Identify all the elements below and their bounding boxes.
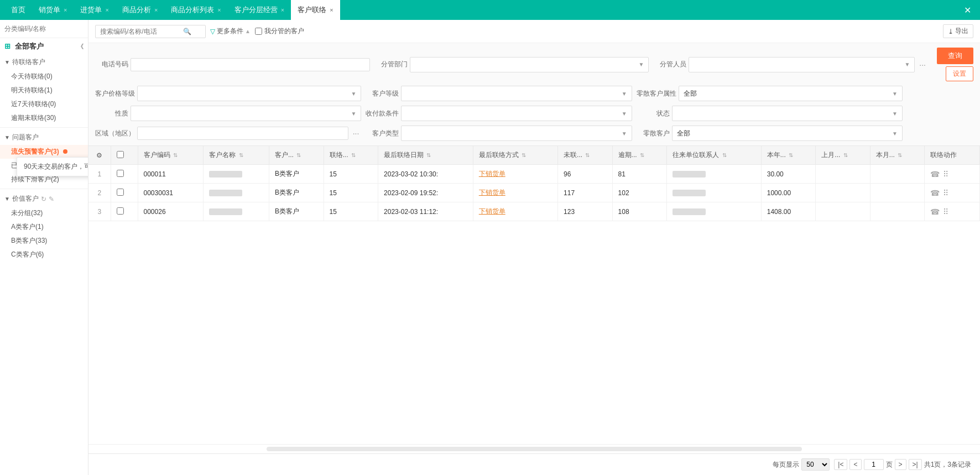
region-more-icon[interactable]: ··· xyxy=(351,129,362,138)
retail-attr-select[interactable]: 全部 ▼ xyxy=(679,86,903,101)
page-size-select[interactable]: 50 100 200 xyxy=(801,458,830,471)
first-page-button[interactable]: |< xyxy=(834,459,847,470)
close-sales-tab[interactable]: × xyxy=(64,7,67,13)
close-analysis-tab[interactable]: × xyxy=(154,7,158,13)
query-button[interactable]: 查询 xyxy=(937,48,973,64)
cell-last-contact-method[interactable]: 下销货单 xyxy=(473,165,557,184)
dept-select[interactable]: ▼ xyxy=(410,57,649,72)
export-button[interactable]: ⤓ 导出 xyxy=(943,24,973,38)
col-last-contact-date[interactable]: 最后联络日期 ⇅ xyxy=(378,146,473,165)
col-contact2[interactable]: 往来单位联系人 ⇅ xyxy=(667,146,762,165)
sidebar-group-pending[interactable]: ▼ 待联络客户 xyxy=(0,55,88,70)
nav-tab-purchase[interactable]: 进货单 × xyxy=(74,0,115,20)
sidebar-item-7days[interactable]: 近7天待联络(0) xyxy=(0,97,88,111)
refresh-icon[interactable]: ↻ xyxy=(41,195,46,203)
edit-icon[interactable]: ✎ xyxy=(49,195,54,203)
col-uncontacted[interactable]: 未联... ⇅ xyxy=(558,146,613,165)
nav-tab-customer-contact[interactable]: 客户联络 × xyxy=(291,0,340,20)
horizontal-scrollbar[interactable] xyxy=(88,444,980,453)
filter-row-4: 区域（地区） ··· 客户类型 ▼ 零散客户 全部 ▼ xyxy=(95,126,973,141)
search-button[interactable]: 🔍 xyxy=(183,28,191,35)
col-action: 联络动作 xyxy=(925,146,980,165)
row-checkbox-2[interactable] xyxy=(117,207,124,215)
phone-action-icon[interactable]: ☎ xyxy=(930,170,940,179)
retail-customer-select[interactable]: 全部 ▼ xyxy=(672,126,903,141)
nature-select[interactable]: ▼ xyxy=(131,106,361,121)
more-action-icon[interactable]: ⠿ xyxy=(943,207,948,216)
cell-checkbox[interactable] xyxy=(111,202,138,221)
nav-tab-home[interactable]: 首页 xyxy=(4,0,32,20)
col-type[interactable]: 客户... ⇅ xyxy=(269,146,324,165)
col-last-contact-method[interactable]: 最后联络方式 ⇅ xyxy=(473,146,557,165)
manager-select[interactable]: ▼ xyxy=(689,57,915,72)
sidebar-group-problem[interactable]: ▼ 问题客户 xyxy=(0,130,88,145)
customer-level-select[interactable]: ▼ xyxy=(401,86,632,101)
retail-attr-label: 零散客户属性 xyxy=(637,89,676,98)
price-level-select[interactable]: ▼ xyxy=(137,86,361,101)
close-analysis-list-tab[interactable]: × xyxy=(217,7,221,13)
cell-last-contact-method[interactable]: 下销货单 xyxy=(473,184,557,202)
filter-customer-level: 客户等级 ▼ xyxy=(366,86,632,101)
my-customer-checkbox[interactable] xyxy=(255,28,262,35)
col-last-month[interactable]: 上月... ⇅ xyxy=(816,146,870,165)
filter-row-2: 客户价格等级 ▼ 客户等级 ▼ 零散客户属性 全部 xyxy=(95,86,973,101)
col-gear[interactable]: ⚙ xyxy=(88,146,111,165)
row-checkbox-1[interactable] xyxy=(117,189,124,196)
my-customer-toggle[interactable]: 我分管的客户 xyxy=(255,27,304,36)
nav-tab-customer-segment[interactable]: 客户分层经营 × xyxy=(228,0,291,20)
col-name[interactable]: 客户名称 ⇅ xyxy=(204,146,269,165)
payment-dropdown-icon: ▼ xyxy=(622,111,627,117)
col-this-year[interactable]: 本年... ⇅ xyxy=(761,146,816,165)
col-code[interactable]: 客户编码 ⇅ xyxy=(138,146,204,165)
col-contact[interactable]: 联络... ⇅ xyxy=(324,146,378,165)
page-number-input[interactable] xyxy=(864,459,884,470)
col-this-month[interactable]: 本月... ⇅ xyxy=(870,146,925,165)
close-contact-tab[interactable]: × xyxy=(330,7,333,13)
sidebar-item-today[interactable]: 今天待联络(0) xyxy=(0,70,88,83)
next-page-button[interactable]: > xyxy=(895,459,906,470)
close-window-button[interactable]: ✕ xyxy=(960,5,976,15)
cell-last-contact-method[interactable]: 下销货单 xyxy=(473,202,557,221)
sidebar-item-class-a[interactable]: A类客户(1) xyxy=(0,220,88,234)
sort-thisyear-icon: ⇅ xyxy=(789,152,793,158)
sidebar-item-overdue[interactable]: 逾期未联络(30) xyxy=(0,111,88,125)
sidebar-group-value[interactable]: ▼ 价值客户 ↻ ✎ xyxy=(0,191,88,206)
phone-input[interactable] xyxy=(131,58,370,71)
sidebar-item-class-b[interactable]: B类客户(33) xyxy=(0,234,88,248)
sidebar-item-ungrouped[interactable]: 未分组(32) xyxy=(0,206,88,220)
nav-tab-analysis-list[interactable]: 商品分析列表 × xyxy=(164,0,227,20)
cell-code: 00030031 xyxy=(138,184,204,202)
sidebar-all-customers[interactable]: ⊞ 全部客户 《 xyxy=(0,38,88,55)
sidebar-item-tomorrow[interactable]: 明天待联络(1) xyxy=(0,83,88,97)
region-input[interactable] xyxy=(137,127,348,140)
customer-type-select[interactable]: ▼ xyxy=(401,126,632,141)
col-overdue[interactable]: 逾期... ⇅ xyxy=(612,146,667,165)
last-page-button[interactable]: >| xyxy=(909,459,922,470)
prev-page-button[interactable]: < xyxy=(849,459,861,470)
close-purchase-tab[interactable]: × xyxy=(105,7,108,13)
more-filter-button[interactable]: ▽ 更多条件 ▲ xyxy=(210,27,251,36)
customer-name-masked xyxy=(209,208,242,215)
cell-checkbox[interactable] xyxy=(111,165,138,184)
more-action-icon[interactable]: ⠿ xyxy=(943,170,948,179)
select-all-checkbox[interactable] xyxy=(117,151,124,158)
settings-button[interactable]: 设置 xyxy=(946,66,973,81)
sidebar-item-class-c[interactable]: C类客户(6) xyxy=(0,248,88,262)
cell-this-month xyxy=(870,202,925,221)
scrollbar-thumb[interactable] xyxy=(267,447,801,451)
cell-checkbox[interactable] xyxy=(111,184,138,202)
manager-more-icon[interactable]: ··· xyxy=(917,60,928,69)
phone-action-icon[interactable]: ☎ xyxy=(930,189,940,197)
more-action-icon[interactable]: ⠿ xyxy=(943,189,948,197)
sidebar-search-input[interactable] xyxy=(4,25,87,33)
phone-action-icon[interactable]: ☎ xyxy=(930,207,940,216)
cell-last-month xyxy=(816,202,870,221)
payment-select[interactable]: ▼ xyxy=(401,106,632,121)
status-select[interactable]: ▼ xyxy=(672,106,903,121)
gear-icon[interactable]: ⚙ xyxy=(96,152,102,159)
nav-tab-analysis[interactable]: 商品分析 × xyxy=(116,0,164,20)
row-checkbox-0[interactable] xyxy=(117,170,124,177)
nav-tab-sales[interactable]: 销货单 × xyxy=(32,0,74,20)
search-input[interactable] xyxy=(100,28,183,35)
close-segment-tab[interactable]: × xyxy=(281,7,284,13)
